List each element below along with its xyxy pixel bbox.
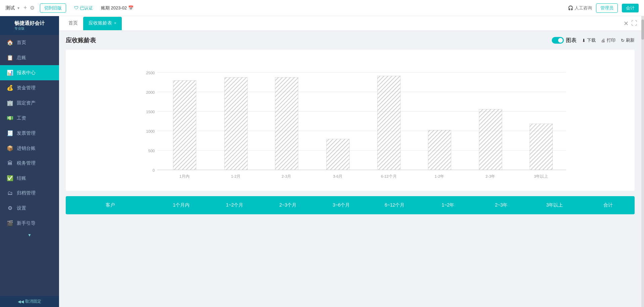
refresh-button[interactable]: ↻ 刷新: [621, 37, 635, 43]
th-1month: 1个月内: [155, 196, 208, 214]
company-name: 测试: [5, 5, 15, 11]
cancel-fixed-label: 取消固定: [25, 299, 41, 304]
table-header: 客户 1个月内 1~2个月 2~3个月 3~6个月 6~12个月 1~2年 2~…: [66, 196, 635, 214]
logo-title: 畅捷通好会计: [14, 20, 45, 26]
svg-rect-14: [224, 77, 248, 170]
th-2-3year: 2~3年: [475, 196, 528, 214]
refresh-icon: ↻: [621, 38, 625, 43]
svg-rect-19: [479, 109, 502, 170]
chart-container: 0 500 1000 1500 2000 2500: [66, 50, 635, 191]
svg-text:2000: 2000: [146, 90, 155, 94]
close-window-button[interactable]: ✕: [624, 20, 629, 27]
settings-icon[interactable]: ⚙: [30, 5, 35, 11]
content-area: 首页 应收账龄表 × ✕ ⛶ 应收账龄表 图表: [59, 16, 641, 307]
svg-text:2-3年: 2-3年: [486, 174, 495, 178]
period-display: 账期 2023-02 📅: [101, 5, 134, 11]
chart-toggle-label: 图表: [566, 37, 577, 44]
scrollbar-thumb[interactable]: [641, 19, 644, 40]
pin-icon: ◀◀: [18, 299, 24, 304]
calendar-icon[interactable]: 📅: [128, 5, 133, 10]
archive-icon: 🗂: [7, 190, 13, 196]
print-icon: 🖨: [601, 38, 605, 43]
salary-icon: 💵: [7, 115, 13, 121]
cert-label: 已认证: [80, 5, 93, 11]
guide-icon: 🎬: [7, 220, 13, 226]
chart-toggle[interactable]: 图表: [552, 37, 577, 44]
sidebar-item-reports[interactable]: 📊 报表中心: [0, 65, 59, 80]
role-button[interactable]: 会计: [622, 4, 639, 12]
svg-text:2-3月: 2-3月: [282, 174, 291, 178]
table-container: 客户 1个月内 1~2个月 2~3个月 3~6个月 6~12个月 1~2年 2~…: [66, 196, 635, 214]
cert-status: 🛡 已认证: [74, 5, 93, 11]
admin-button[interactable]: 管理员: [596, 3, 618, 13]
tab-actions: ✕ ⛶: [624, 20, 637, 27]
svg-text:3年以上: 3年以上: [534, 174, 548, 178]
sidebar-item-label: 进销台账: [17, 145, 36, 151]
sidebar-item-guide[interactable]: 🎬 新手引导: [0, 216, 59, 231]
sidebar-item-archive[interactable]: 🗂 归档管理: [0, 186, 59, 201]
sidebar-item-purchase-sale[interactable]: 📦 进销台账: [0, 141, 59, 156]
svg-text:0: 0: [153, 168, 155, 172]
svg-rect-17: [377, 76, 400, 170]
header-left: 测试 ▾ + ⚙ 切到旧版 🛡 已认证 账期 2023-02 📅: [5, 3, 133, 13]
home-icon: 🏠: [7, 39, 13, 46]
closing-icon: ✅: [7, 175, 13, 181]
scrollbar[interactable]: [641, 16, 644, 307]
chart-inner: 0 500 1000 1500 2000 2500: [72, 56, 628, 184]
tab-home-label: 首页: [68, 20, 78, 26]
th-2-3month: 2~3个月: [261, 196, 315, 214]
svg-text:6-12个月: 6-12个月: [381, 174, 396, 178]
toggle-switch[interactable]: [552, 37, 564, 44]
sidebar-item-funds[interactable]: 💰 资金管理: [0, 80, 59, 95]
funds-icon: 💰: [7, 85, 13, 91]
headset-icon: 🎧: [568, 5, 573, 10]
top-header: 测试 ▾ + ⚙ 切到旧版 🛡 已认证 账期 2023-02 📅 🎧 人工咨询 …: [0, 0, 644, 16]
sidebar-item-label: 归档管理: [17, 190, 36, 196]
sidebar-item-label: 设置: [17, 205, 26, 211]
sidebar-nav: 🏠 首页 📋 总账 📊 报表中心 💰 资金管理 🏢 固定资产 💵 工资: [0, 35, 59, 296]
sidebar-item-invoice[interactable]: 🧾 发票管理: [0, 126, 59, 141]
tab-home[interactable]: 首页: [63, 17, 83, 30]
sidebar-item-ledger[interactable]: 📋 总账: [0, 50, 59, 65]
svg-text:1-2月: 1-2月: [231, 174, 241, 178]
page-content: 应收账龄表 图表 ⬇ 下载 🖨 打印 ↻: [59, 31, 641, 307]
tab-report[interactable]: 应收账龄表 ×: [83, 17, 122, 30]
consult-button[interactable]: 🎧 人工咨询: [568, 5, 592, 11]
sidebar-item-label: 首页: [17, 40, 26, 46]
cancel-fixed-button[interactable]: ◀◀ 取消固定: [0, 296, 59, 307]
tax-icon: 🏛: [7, 160, 13, 166]
tab-close-icon[interactable]: ×: [114, 21, 116, 26]
sidebar-item-salary[interactable]: 💵 工资: [0, 111, 59, 126]
scroll-down-arrow[interactable]: ▼: [27, 232, 32, 238]
svg-text:1月内: 1月内: [179, 174, 190, 178]
logo-subtitle: 专业版: [14, 26, 45, 31]
download-label: 下载: [587, 37, 596, 43]
sidebar-logo: 畅捷通好会计 专业版: [0, 16, 59, 35]
dropdown-icon[interactable]: ▾: [17, 6, 19, 10]
purchase-sale-icon: 📦: [7, 145, 13, 151]
sidebar: 畅捷通好会计 专业版 🏠 首页 📋 总账 📊 报表中心 💰 资金管理 �: [0, 16, 59, 307]
tab-bar: 首页 应收账龄表 × ✕ ⛶: [59, 16, 641, 31]
switch-version-button[interactable]: 切到旧版: [40, 3, 66, 13]
reports-icon: 📊: [7, 70, 13, 76]
sidebar-item-label: 税务管理: [17, 160, 36, 166]
print-label: 打印: [607, 37, 615, 43]
sidebar-item-home[interactable]: 🏠 首页: [0, 35, 59, 50]
svg-rect-16: [326, 139, 350, 170]
svg-text:1000: 1000: [146, 129, 155, 133]
svg-text:3-6月: 3-6月: [333, 174, 343, 178]
sidebar-item-closing[interactable]: ✅ 结账: [0, 171, 59, 186]
refresh-label: 刷新: [626, 37, 635, 43]
download-button[interactable]: ⬇ 下载: [582, 37, 596, 43]
sidebar-item-fixed-assets[interactable]: 🏢 固定资产: [0, 95, 59, 111]
sidebar-item-label: 固定资产: [17, 100, 36, 106]
th-total: 合计: [581, 196, 635, 214]
add-button[interactable]: +: [23, 4, 27, 11]
print-button[interactable]: 🖨 打印: [601, 37, 615, 43]
th-3year-plus: 3年以上: [528, 196, 581, 214]
expand-window-button[interactable]: ⛶: [631, 20, 637, 27]
sidebar-item-tax[interactable]: 🏛 税务管理: [0, 156, 59, 171]
sidebar-item-settings[interactable]: ⚙ 设置: [0, 201, 59, 216]
report-actions: 图表 ⬇ 下载 🖨 打印 ↻ 刷新: [552, 37, 635, 44]
th-3-6month: 3~6个月: [315, 196, 368, 214]
